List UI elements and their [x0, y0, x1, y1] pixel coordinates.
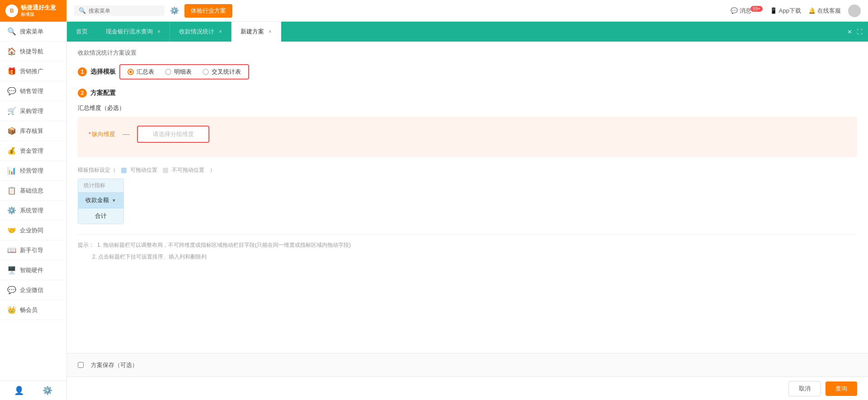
tab-newplan-close[interactable]: × — [269, 28, 272, 35]
metrics-legend-fixed: 不可拖动位置 — [163, 166, 204, 174]
handshake-icon: 🤝 — [7, 226, 16, 235]
sidebar-item-guide[interactable]: 📖 新手引导 — [0, 240, 66, 260]
tabbar: 首页 现金银行流水查询 × 收款情况统计 × 新建方案 × ✕ ⛶ — [67, 22, 868, 42]
sidebar-item-finance[interactable]: 💰 资金管理 — [0, 141, 66, 161]
metrics-dropdown-icon[interactable]: ▼ — [112, 198, 116, 203]
dimension-arrow: — — [123, 130, 130, 138]
metrics-col1-label: 收款金额 — [85, 196, 109, 204]
config-section: 汇总维度（必选） *纵向维度 — 请选择分组维度 模板 — [78, 104, 857, 267]
sidebar-item-label: 销售管理 — [20, 87, 43, 95]
dimension-selector[interactable]: 请选择分组维度 — [137, 126, 209, 143]
dimension-row: *纵向维度 — 请选择分组维度 — [89, 126, 846, 143]
download-icon: 📱 — [770, 7, 777, 14]
radio-crosstab-label: 交叉统计表 — [212, 68, 241, 76]
app-download-item[interactable]: 📱 App下载 — [770, 7, 801, 15]
radio-detail-label: 明细表 — [174, 68, 192, 76]
search-input[interactable] — [89, 8, 152, 14]
online-support-label: 在线客服 — [817, 7, 841, 15]
step2-section: 2 方案配置 汇总维度（必选） *纵向维度 — 请选择分组维度 — [78, 89, 857, 267]
legend-fixed-dot — [163, 168, 168, 173]
sidebar-item-inventory[interactable]: 📦 库存核算 — [0, 121, 66, 141]
sidebar-item-hardware[interactable]: 🖥️ 智能硬件 — [0, 260, 66, 280]
step2-header: 2 方案配置 — [78, 89, 857, 98]
sidebar-item-marketing[interactable]: 🎁 营销推广 — [0, 61, 66, 81]
sidebar-logo: B 畅捷通好生意 标准版 — [0, 0, 66, 22]
page-title: 收款情况统计方案设置 — [78, 49, 857, 57]
legend-fixed-text: 不可拖动位置 — [172, 166, 204, 174]
sidebar-item-quicknav[interactable]: 🏠 快捷导航 — [0, 42, 66, 61]
trial-button[interactable]: 体验行业方案 — [184, 4, 232, 18]
cancel-button[interactable]: 取消 — [788, 381, 821, 396]
user-avatar[interactable] — [848, 5, 861, 17]
chart-icon: 📊 — [7, 166, 16, 175]
clipboard-icon: 📋 — [7, 186, 16, 195]
support-icon: 🔔 — [808, 7, 816, 14]
query-button[interactable]: 查询 — [826, 381, 857, 396]
metrics-label-row: 模板指标设定（ 可拖动位置 不可拖动位置 ） — [78, 166, 857, 174]
notification-item[interactable]: 💬 消息 99+ — [731, 7, 763, 15]
tab-bank-close[interactable]: × — [157, 28, 160, 35]
sidebar-item-basic[interactable]: 📋 基础信息 — [0, 181, 66, 201]
expand-icon[interactable]: ⛶ — [857, 28, 863, 35]
sidebar-item-label: 快捷导航 — [20, 47, 43, 56]
tab-bank[interactable]: 现金银行流水查询 × — [97, 22, 170, 42]
sidebar-item-search[interactable]: 🔍 搜索菜单 — [0, 22, 66, 42]
radio-summary-label: 汇总表 — [137, 68, 154, 76]
logo-text: 畅捷通好生意 — [21, 4, 56, 11]
tab-receipt[interactable]: 收款情况统计 × — [170, 22, 231, 42]
tab-home[interactable]: 首页 — [67, 22, 97, 42]
sidebar-item-purchase[interactable]: 🛒 采购管理 — [0, 101, 66, 121]
sidebar: B 畅捷通好生意 标准版 🔍 搜索菜单 🏠 快捷导航 🎁 营销推广 💬 销售管理… — [0, 0, 67, 400]
tab-receipt-close[interactable]: × — [219, 28, 222, 35]
tip-title: 提示： 1. 拖动标题栏可以调整布局，不可跨维度或指标区域拖动栏目字段(只能在同… — [78, 240, 857, 250]
tab-newplan[interactable]: 新建方案 × — [231, 22, 281, 42]
sidebar-item-operations[interactable]: 📊 经营管理 — [0, 161, 66, 181]
monitor-icon: 🖥️ — [7, 266, 16, 274]
required-star: * — [89, 131, 91, 137]
box-icon: 📦 — [7, 127, 16, 135]
search-icon: 🔍 — [7, 27, 16, 36]
sidebar-item-label: 基础信息 — [20, 187, 43, 195]
search-box[interactable]: 🔍 — [74, 5, 165, 16]
sidebar-item-label: 智能硬件 — [20, 266, 43, 274]
notification-badge: 99+ — [750, 6, 763, 12]
sidebar-item-label: 采购管理 — [20, 107, 43, 115]
sidebar-item-member[interactable]: 👑 畅会员 — [0, 300, 66, 320]
online-support-item[interactable]: 🔔 在线客服 — [808, 7, 841, 15]
sidebar-footer-icon2[interactable]: ⚙️ — [42, 386, 52, 395]
radio-crosstab[interactable]: 交叉统计表 — [203, 68, 241, 76]
sidebar-item-label: 资金管理 — [20, 147, 43, 155]
metrics-col1-subrow: 合计 — [78, 208, 123, 224]
logo-sub: 标准版 — [21, 11, 56, 18]
money-icon: 💰 — [7, 146, 16, 155]
action-bar: 取消 查询 — [67, 376, 868, 400]
sidebar-item-label: 系统管理 — [20, 207, 43, 215]
sidebar-item-system[interactable]: ⚙️ 系统管理 — [0, 201, 66, 221]
sidebar-item-label: 营销推广 — [20, 67, 43, 75]
app-download-label: App下载 — [779, 7, 801, 15]
sidebar-item-wechat[interactable]: 💬 企业微信 — [0, 280, 66, 300]
radio-detail[interactable]: 明细表 — [165, 68, 192, 76]
step1-badge: 1 — [78, 67, 87, 76]
metrics-section: 模板指标设定（ 可拖动位置 不可拖动位置 ） — [78, 166, 857, 226]
sidebar-item-sales[interactable]: 💬 销售管理 — [0, 81, 66, 101]
sidebar-item-label: 新手引导 — [20, 246, 43, 254]
content-area: 收款情况统计方案设置 1 选择模板 汇总表 — [67, 42, 868, 353]
radio-summary[interactable]: 汇总表 — [127, 68, 154, 76]
tab-receipt-label: 收款情况统计 — [179, 28, 214, 36]
settings-icon[interactable]: ⚙️ — [170, 6, 179, 15]
sidebar-item-label: 企业协同 — [20, 226, 43, 235]
tab-newplan-label: 新建方案 — [241, 28, 264, 36]
radio-detail-circle — [165, 69, 171, 75]
cart-icon: 🛒 — [7, 107, 16, 115]
sidebar-item-collab[interactable]: 🤝 企业协同 — [0, 221, 66, 240]
notification-label: 消息 — [740, 7, 751, 15]
close-all-icon[interactable]: ✕ — [847, 28, 852, 35]
metrics-col1-header[interactable]: 收款金额 ▼ — [78, 193, 123, 208]
metrics-legend-draggable: 可拖动位置 — [121, 166, 157, 174]
search-icon: 🔍 — [79, 7, 86, 14]
sidebar-item-label: 库存核算 — [20, 127, 43, 135]
save-plan-checkbox[interactable] — [78, 362, 84, 368]
template-radio-group: 汇总表 明细表 交叉统计表 — [127, 68, 241, 76]
sidebar-footer-icon1[interactable]: 👤 — [14, 386, 24, 395]
